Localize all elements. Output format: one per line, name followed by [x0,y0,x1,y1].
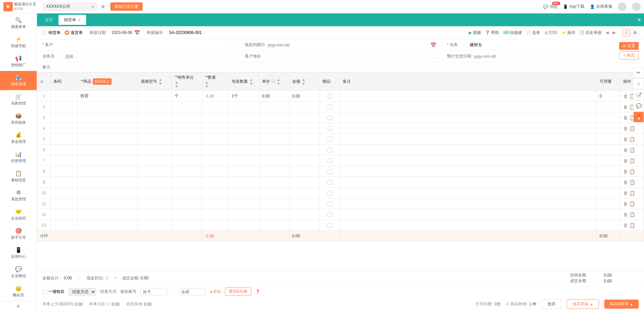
help-btn[interactable]: ❓ 帮助 [485,30,499,36]
payment-calendar-icon[interactable]: 📅 [430,42,436,48]
row-spec[interactable] [138,134,172,145]
gift-checkbox[interactable] [328,212,332,217]
row-quantity[interactable] [202,123,229,134]
sidebar-item-system[interactable]: ⚙ 系统管理 [0,186,37,205]
ellipsis-account[interactable]: ... [172,289,175,294]
salesperson-input[interactable] [65,54,228,59]
payment-due-input[interactable] [268,43,428,47]
tab-close-icon[interactable]: ✕ [78,18,81,22]
save-draft-btn[interactable]: 保存草稿 ▲ [567,299,599,309]
select-order-btn[interactable]: 📄 选单 [526,30,540,36]
grid-view-icon[interactable]: ⊞ [631,29,639,36]
settlement-method-select[interactable]: 结算方式 [69,288,96,296]
row-amount[interactable] [290,123,320,134]
sidebar-item-quick-nav[interactable]: ⚡ 快捷导航 [0,33,37,52]
gift-checkbox[interactable] [328,105,332,109]
row-spec[interactable] [138,91,172,102]
row-product[interactable] [78,209,138,220]
tab-home[interactable]: 首页 [40,15,59,25]
message-btn[interactable]: 💬 消息 99+ [543,4,558,9]
delete-icon[interactable]: 🗑 [623,126,628,131]
row-amount[interactable] [290,155,320,166]
customer-address-input[interactable] [268,54,430,59]
row-quantity[interactable] [202,145,229,155]
row-spec[interactable] [138,155,172,166]
address-ellipsis[interactable]: ... [433,54,436,59]
row-amount[interactable] [290,166,320,177]
save-new-btn[interactable]: 保存&新增 ▲ [604,300,639,309]
gift-checkbox[interactable] [328,169,332,174]
row-product[interactable] [78,123,138,134]
row-pack-qty[interactable] [229,198,259,209]
row-remark[interactable] [340,166,597,177]
trial-button[interactable]: 体验行业方案 [110,2,143,11]
gift-checkbox[interactable] [328,137,332,142]
row-unit[interactable] [172,177,202,188]
amount-input[interactable] [179,288,206,295]
operation-btn[interactable]: ⚡ 操作 [561,30,575,36]
row-spec[interactable] [138,112,172,123]
sidebar-item-operation[interactable]: 📊 经营管理 [0,148,37,167]
row-unit[interactable] [172,188,202,198]
gift-checkbox[interactable] [328,158,332,163]
shortcut-btn[interactable]: ⌨ 快捷键 [503,30,522,36]
row-unit[interactable]: 个 [172,91,202,102]
row-barcode[interactable] [51,145,78,155]
row-amount[interactable] [290,134,320,145]
sidebar-item-app-center[interactable]: 📱 应用中心 [0,243,37,263]
copy-icon[interactable]: 📋 [629,190,635,196]
row-quantity[interactable] [202,166,229,177]
row-amount[interactable] [290,188,320,198]
row-unit-price[interactable] [259,134,290,145]
remarks-input[interactable] [65,65,639,70]
row-quantity[interactable] [202,134,229,145]
discount-info-icon[interactable]: ⓘ [105,276,109,281]
row-unit[interactable] [172,102,202,112]
row-spec[interactable] [138,166,172,177]
row-pack-qty[interactable] [229,209,259,220]
salesperson-ellipsis[interactable]: ... [231,54,234,59]
row-product[interactable] [78,112,138,123]
row-remark[interactable] [340,220,597,231]
sidebar-settings-btn[interactable]: ⚙ [0,301,37,311]
calendar-icon[interactable]: 📅 [134,30,140,35]
logistics-btn[interactable]: + 物流 [619,51,639,60]
copy-icon[interactable]: 📋 [629,180,635,185]
row-product[interactable]: 拆货 [78,91,138,102]
row-barcode[interactable] [51,123,78,134]
copy-icon[interactable]: 📋 [629,137,635,142]
gift-checkbox[interactable] [328,201,332,206]
gift-checkbox[interactable] [328,223,332,228]
delete-icon[interactable]: 🗑 [623,212,628,217]
row-amount[interactable] [290,145,320,155]
row-spec[interactable] [138,145,172,155]
row-product[interactable] [78,102,138,112]
row-pack-qty[interactable] [229,134,259,145]
radio-return-order[interactable]: 退货单 [65,30,83,36]
delete-icon[interactable]: 🗑 [623,180,628,185]
sidebar-item-inventory[interactable]: 📦 库存核算 [0,109,37,128]
settings-icon[interactable]: ⚙ [98,2,108,11]
print-btn[interactable]: 🖨 打印 [544,30,557,36]
delete-icon[interactable]: 🗑 [623,93,628,99]
scan-barcode-btn[interactable]: 扫码录入 [93,78,112,85]
row-amount[interactable] [290,102,320,112]
row-spec[interactable] [138,188,172,198]
row-quantity[interactable] [202,188,229,198]
row-unit[interactable] [172,123,202,134]
row-unit-price[interactable] [259,209,290,220]
sidebar-item-wechat[interactable]: 💬 企业微信 [0,263,37,282]
delete-icon[interactable]: 🗑 [623,223,628,228]
row-barcode[interactable] [51,155,78,166]
float-btn-1[interactable]: ✏ [633,67,644,78]
row-unit[interactable] [172,220,202,231]
row-remark[interactable] [340,188,597,198]
row-product[interactable] [78,177,138,188]
copy-icon[interactable]: 📋 [629,212,635,217]
sidebar-item-search[interactable]: 🔍 搜索菜单 [0,13,37,33]
row-unit-price[interactable] [259,145,290,155]
row-unit-price[interactable] [259,188,290,198]
row-quantity[interactable] [202,198,229,209]
row-unit[interactable] [172,155,202,166]
delete-icon[interactable]: 🗑 [623,137,628,142]
